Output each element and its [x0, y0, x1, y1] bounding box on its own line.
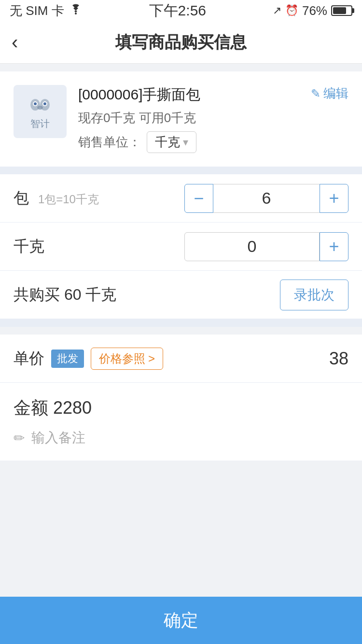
- unit-dropdown-icon: ▾: [183, 136, 188, 149]
- kg-increase-button[interactable]: +: [320, 232, 348, 261]
- product-info: [0000006]手撕面包 现存0千克 可用0千克 销售单位： 千克 ▾: [78, 85, 348, 153]
- unit-value: 千克: [155, 134, 180, 151]
- alarm-icon: ⏰: [285, 4, 298, 17]
- back-button[interactable]: ‹: [12, 31, 18, 53]
- bag-input-row: 包 1包=10千克 − +: [0, 174, 362, 223]
- status-time: 下午2:56: [149, 1, 206, 21]
- product-unit-row: 销售单位： 千克 ▾: [78, 131, 348, 153]
- product-thumb-content: 智计: [27, 93, 54, 130]
- status-left: 无 SIM 卡: [10, 2, 83, 19]
- price-value: 38: [329, 349, 348, 369]
- svg-point-7: [37, 106, 43, 110]
- nav-bar: ‹ 填写商品购买信息: [0, 21, 362, 64]
- edit-button[interactable]: ✎ 编辑: [311, 85, 348, 102]
- pencil-icon: ✏: [14, 430, 25, 446]
- status-right: ↗ ⏰ 76%: [273, 3, 352, 18]
- price-reference-button[interactable]: 价格参照 >: [91, 348, 163, 370]
- amount-section: 金额 2280 ✏ 输入备注: [0, 383, 362, 461]
- unit-select[interactable]: 千克 ▾: [147, 131, 196, 153]
- page-title: 填写商品购买信息: [115, 31, 247, 54]
- bag-sublabel: 1包=10千克: [38, 193, 99, 206]
- status-bar: 无 SIM 卡 下午2:56 ↗ ⏰ 76%: [0, 0, 362, 21]
- bag-decrease-button[interactable]: −: [184, 184, 213, 213]
- note-placeholder: 输入备注: [31, 429, 85, 447]
- section-divider-2: [0, 319, 362, 327]
- location-icon: ↗: [273, 4, 281, 17]
- amount-label: 金额: [14, 398, 48, 418]
- total-label: 共购买 60 千克: [14, 284, 280, 306]
- confirm-label: 确定: [164, 609, 198, 632]
- price-ref-label: 价格参照: [99, 351, 145, 366]
- product-stock: 现存0千克 可用0千克: [78, 110, 348, 126]
- product-name: [0000006]手撕面包: [78, 85, 348, 105]
- price-row: 单价 批发 价格参照 > 38: [0, 335, 362, 383]
- price-ref-arrow: >: [148, 352, 155, 365]
- price-section: 单价 批发 价格参照 > 38 金额 2280 ✏ 输入备注: [0, 335, 362, 461]
- carrier-text: 无 SIM 卡: [10, 2, 64, 19]
- bag-increase-button[interactable]: +: [320, 184, 348, 213]
- edit-label: 编辑: [323, 85, 348, 102]
- input-section: 包 1包=10千克 − + 千克 + 共购买 60 千克 录批次: [0, 174, 362, 319]
- bag-label-text: 包: [14, 189, 29, 207]
- kg-qty-input[interactable]: [184, 232, 320, 261]
- price-label: 单价: [14, 348, 44, 369]
- wifi-icon: [69, 4, 83, 17]
- unit-label: 销售单位：: [78, 134, 141, 151]
- edit-icon: ✎: [311, 87, 320, 100]
- section-divider-1: [0, 167, 362, 174]
- record-batch-button[interactable]: 录批次: [280, 280, 348, 310]
- svg-point-5: [34, 102, 37, 105]
- product-card: 智计 [0000006]手撕面包 现存0千克 可用0千克 销售单位： 千克 ▾ …: [0, 71, 362, 167]
- kg-input-row: 千克 +: [0, 223, 362, 271]
- battery-text: 76%: [302, 3, 327, 18]
- bag-qty-input[interactable]: [213, 184, 320, 213]
- amount-value: 2280: [53, 398, 92, 418]
- svg-point-0: [75, 13, 77, 14]
- svg-point-6: [43, 102, 46, 105]
- price-tag: 批发: [51, 350, 84, 368]
- amount-row: 金额 2280: [14, 396, 348, 420]
- note-row[interactable]: ✏ 输入备注: [14, 429, 348, 461]
- total-row: 共购买 60 千克 录批次: [0, 271, 362, 319]
- kg-label: 千克: [14, 236, 184, 257]
- battery-icon: [331, 5, 352, 16]
- kg-qty-control: +: [184, 232, 348, 261]
- empty-space: [0, 461, 362, 605]
- bag-qty-control: − +: [184, 184, 348, 213]
- confirm-button[interactable]: 确定: [0, 597, 362, 644]
- product-thumbnail: 智计: [14, 85, 67, 138]
- kg-label-text: 千克: [14, 238, 44, 255]
- bag-label: 包 1包=10千克: [14, 188, 184, 209]
- product-thumb-text: 智计: [30, 117, 50, 130]
